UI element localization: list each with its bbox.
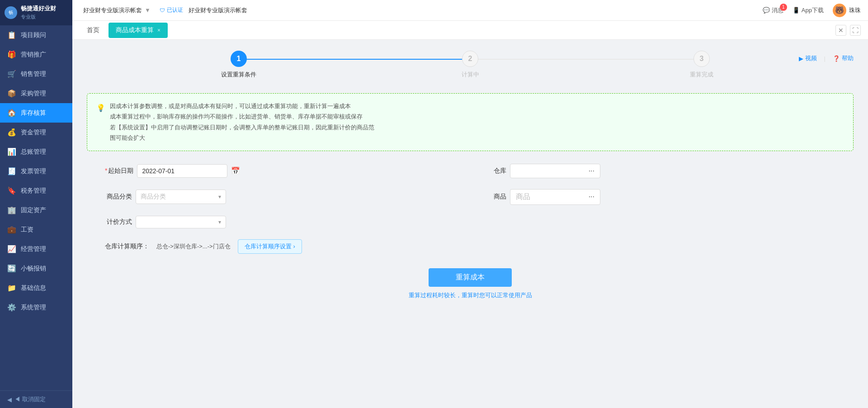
sidebar-item-sales[interactable]: 🛒 销售管理 (0, 64, 72, 84)
sidebar-edition: 专业版 (21, 14, 56, 20)
sidebar-item-label: 工资 (21, 226, 33, 234)
account-select[interactable]: 好业财专业版演示帐套 ▼ (80, 5, 154, 16)
form-row-1: 起始日期 📅 仓库 ··· (105, 164, 835, 178)
step-1: 1 设置重算条件 (123, 51, 354, 79)
info-box-content: 因成本计算参数调整，或是对商品成本有疑问时，可以通过成本重算功能，重新计算一遍成… (110, 101, 374, 143)
step-1-line (239, 59, 470, 60)
tab-close-icon[interactable]: × (157, 27, 160, 33)
assets-icon: 🏢 (7, 206, 16, 214)
warehouse-select-btn[interactable]: ··· (510, 164, 600, 178)
step-help-actions: ▶ 视频 | ❓ 帮助 (799, 54, 854, 62)
chevron-down-icon: ▾ (218, 194, 221, 200)
shield-icon: 🛡 (160, 7, 165, 14)
app-download-action[interactable]: 📱 App下载 (793, 6, 824, 14)
info-box: 💡 因成本计算参数调整，或是对商品成本有疑问时，可以通过成本重算功能，重新计算一… (87, 93, 854, 151)
salary-icon: 💼 (7, 225, 16, 234)
system-icon: ⚙️ (7, 303, 16, 312)
info-line-1: 因成本计算参数调整，或是对商品成本有疑问时，可以通过成本重算功能，重新计算一遍成… (110, 101, 374, 111)
product-label: 商品 (479, 193, 506, 201)
step-progress: 1 设置重算条件 2 计算中 3 重算完成 ▶ (87, 51, 854, 79)
pricing-label: 计价方式 (105, 218, 132, 226)
step-2-circle: 2 (462, 51, 478, 67)
sidebar-item-label: 项目顾问 (21, 31, 46, 39)
sidebar-item-label: 总账管理 (21, 148, 46, 156)
pricing-chevron-icon: ▾ (218, 219, 221, 225)
sidebar-item-marketing[interactable]: 🎁 营销推广 (0, 45, 72, 64)
video-link[interactable]: ▶ 视频 (799, 54, 817, 62)
video-label: 视频 (805, 54, 817, 62)
sidebar-nav: 📋 项目顾问 🎁 营销推广 🛒 销售管理 📦 采购管理 🏠 库存核算 💰 资金管… (0, 25, 72, 390)
warehouse-settings-label: 仓库计算顺序设置 (245, 242, 292, 251)
sidebar-item-system[interactable]: ⚙️ 系统管理 (0, 298, 72, 317)
accounting-icon: 📊 (7, 147, 16, 156)
sidebar-pin-toggle[interactable]: ◀ ◀ 取消固定 (0, 390, 72, 408)
account-dropdown-icon: ▼ (145, 7, 151, 14)
step-1-label: 设置重算条件 (221, 71, 256, 79)
message-icon: 💬 (763, 7, 770, 14)
sidebar-item-assets[interactable]: 🏢 固定资产 (0, 200, 72, 220)
form-row-3: 计价方式 ▾ (105, 216, 835, 228)
warehouse-order-settings-btn[interactable]: 仓库计算顺序设置 › (238, 239, 302, 254)
tab-home[interactable]: 首页 (80, 23, 107, 38)
info-line-2: 成本重算过程中，影响库存账的操作均不能操作，比如进货单、销货单、库存单据不能审核… (110, 111, 374, 122)
sidebar-header: 畅 畅捷通好业财 专业版 (0, 0, 72, 25)
tax-icon: 🔖 (7, 186, 16, 195)
product-ellipsis-icon: ··· (589, 193, 594, 201)
tab-cost-recalc[interactable]: 商品成本重算 × (108, 23, 168, 38)
category-placeholder: 商品分类 (141, 193, 166, 201)
sidebar-item-accounting[interactable]: 📊 总账管理 (0, 142, 72, 161)
pricing-select[interactable]: ▾ (136, 216, 226, 228)
category-field: 商品分类 商品分类 ▾ (105, 190, 461, 204)
tabs-bar: 首页 商品成本重算 × ✕ ⛶ (72, 21, 868, 40)
invoice-icon: 🧾 (7, 167, 16, 176)
operation-icon: 📈 (7, 245, 16, 253)
sidebar-item-purchase[interactable]: 📦 采购管理 (0, 84, 72, 103)
sidebar-item-project[interactable]: 📋 项目顾问 (0, 25, 72, 45)
sidebar-item-inventory[interactable]: 🏠 库存核算 (0, 103, 72, 123)
sidebar-item-label: 固定资产 (21, 206, 46, 214)
sidebar-item-expense[interactable]: 🔄 小畅报销 (0, 259, 72, 278)
sidebar-item-operation[interactable]: 📈 经营管理 (0, 239, 72, 259)
inventory-icon: 🏠 (7, 109, 16, 117)
calc-button[interactable]: 重算成本 (429, 268, 512, 287)
product-field: 商品 商品 ··· (479, 189, 835, 205)
sidebar-item-label: 基础信息 (21, 284, 46, 292)
finance-icon: 💰 (7, 128, 16, 137)
pricing-field: 计价方式 ▾ (105, 216, 461, 228)
sidebar-item-label: 发票管理 (21, 167, 46, 176)
step-2: 2 计算中 (354, 51, 586, 79)
step-2-label: 计算中 (462, 71, 479, 79)
sidebar-item-tax[interactable]: 🔖 税务管理 (0, 181, 72, 200)
help-icon: ❓ (833, 55, 840, 62)
category-select[interactable]: 商品分类 ▾ (136, 190, 226, 204)
sidebar-item-invoice[interactable]: 🧾 发票管理 (0, 161, 72, 181)
user-avatar-action[interactable]: 🐻 珠珠 (833, 4, 861, 17)
username-label: 珠珠 (849, 6, 861, 14)
form-section: 起始日期 📅 仓库 ··· 商品分类 商品分类 ▾ (87, 164, 854, 228)
start-date-input[interactable] (137, 164, 227, 178)
sidebar-item-label: 营销推广 (21, 51, 46, 59)
verified-text: 已认证 (167, 6, 183, 14)
sidebar-title: 畅捷通好业财 (21, 5, 56, 13)
avatar: 🐻 (833, 4, 846, 17)
sidebar-item-basic[interactable]: 📁 基础信息 (0, 278, 72, 298)
product-select-btn[interactable]: 商品 ··· (510, 189, 600, 205)
project-icon: 📋 (7, 31, 16, 39)
category-label: 商品分类 (105, 193, 132, 201)
sidebar-item-label: 税务管理 (21, 187, 46, 195)
form-row-2: 商品分类 商品分类 ▾ 商品 商品 ··· (105, 189, 835, 205)
purchase-icon: 📦 (7, 89, 16, 98)
ellipsis-icon: ··· (589, 167, 594, 175)
tab-close-window-btn[interactable]: ✕ (835, 25, 846, 36)
warehouse-label: 仓库 (479, 167, 506, 175)
sidebar-item-label: 经营管理 (21, 245, 46, 253)
sidebar-item-salary[interactable]: 💼 工资 (0, 220, 72, 239)
message-action[interactable]: 💬 消息 1 (763, 6, 783, 14)
sidebar-item-finance[interactable]: 💰 资金管理 (0, 123, 72, 142)
sidebar-item-label: 销售管理 (21, 70, 46, 78)
message-badge: 1 (780, 4, 787, 11)
warehouse-order-row: 仓库计算顺序： 总仓->深圳仓库->...->门店仓 仓库计算顺序设置 › (87, 239, 854, 254)
help-link[interactable]: ❓ 帮助 (833, 54, 854, 62)
calendar-icon[interactable]: 📅 (231, 166, 240, 175)
tab-expand-btn[interactable]: ⛶ (850, 25, 861, 36)
